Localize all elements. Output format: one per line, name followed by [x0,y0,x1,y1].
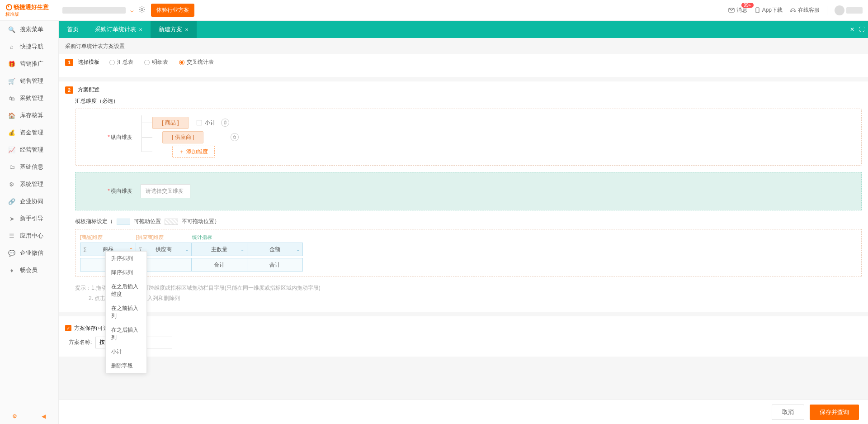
sidebar-settings-button[interactable]: ⚙ [0,408,29,424]
messages-link[interactable]: 消息 99+ [728,6,747,14]
sidebar-item-purchase[interactable]: 🛍采购管理 [0,90,58,107]
sidebar-item-system[interactable]: ⚙系统管理 [0,176,58,193]
indicator-table: [商品]维度 [供应商]维度 统计指标 ∑商品⌃ ∑供应商⌄ 主数量⌄ 金额⌄ … [75,229,862,276]
tabs-bar: 首页 采购订单统计表✕ 新建方案✕ ✕ ⛶ [59,21,868,38]
legend-fixed-swatch [165,219,178,225]
sidebar-collapse-button[interactable]: ◀ [29,408,59,424]
sidebar-item-vip[interactable]: ♦畅会员 [0,262,58,279]
close-icon[interactable]: ✕ [185,27,189,32]
step-2-title: 方案配置 [78,86,99,94]
avatar [835,5,844,15]
delete-dim-button[interactable] [231,133,239,141]
dim-tag-product[interactable]: [ 商品 ] [152,117,189,129]
delete-dim-button[interactable] [221,119,229,127]
tab-purchase-stats[interactable]: 采购订单统计表✕ [87,21,151,38]
add-dimension-button[interactable]: ＋添加维度 [172,146,215,158]
sidebar-item-quicknav[interactable]: ⌂快捷导航 [0,38,58,55]
chevron-down-icon: ⌄ [185,247,189,252]
plus-icon: ＋ [179,148,184,156]
svg-rect-3 [756,8,759,13]
cross-dimension-select[interactable]: 请选择交叉维度 [141,184,190,198]
vip-icon: ♦ [8,267,15,274]
trial-button[interactable]: 体验行业方案 [151,4,194,17]
sidebar-item-operations[interactable]: 📈经营管理 [0,141,58,158]
sidebar-item-wechat[interactable]: 💬企业微信 [0,244,58,262]
dim-tag-supplier[interactable]: [ 供应商 ] [162,131,203,143]
col-label-product: [商品]维度 [80,234,136,241]
company-selector[interactable]: ⌵ [62,7,138,14]
menu-delete-field[interactable]: 删除字段 [106,359,146,373]
menu-insert-col-before[interactable]: 在之前插入列 [106,301,146,323]
tab-home[interactable]: 首页 [59,21,87,38]
breadcrumb: 采购订单统计表方案设置 [59,38,868,54]
gift-icon: 🎁 [8,60,15,67]
chevron-down-icon: ⌄ [296,247,300,252]
sidebar-item-collab[interactable]: 🔗企业协同 [0,193,58,210]
sidebar-item-guide[interactable]: ➤新手引导 [0,210,58,227]
sidebar-item-marketing[interactable]: 🎁营销推广 [0,55,58,72]
save-scheme-checkbox[interactable]: ✓ [65,325,71,331]
collab-icon: 🔗 [8,198,15,205]
radio-summary[interactable]: 汇总表 [109,58,133,66]
sidebar: 🔍搜索菜单 ⌂快捷导航 🎁营销推广 🛒销售管理 🛍采购管理 🏠库存核算 💰资金管… [0,21,59,424]
tab-new-scheme[interactable]: 新建方案✕ [151,21,197,38]
header-cell-amount[interactable]: 金额⌄ [247,243,303,256]
bag-icon: 🛍 [8,95,15,102]
settings-icon[interactable] [138,6,146,14]
top-right: 消息 99+ App下载 在线客服 [728,5,863,15]
menu-sort-asc[interactable]: 升序排列 [106,252,146,266]
summary-dim-label: 汇总维度（必选） [75,97,862,105]
horizontal-label: *横向维度 [83,187,132,195]
radio-cross[interactable]: 交叉统计表 [179,58,214,66]
save-scheme-label: 方案保存(可选) [74,324,110,332]
app-download-link[interactable]: App下载 [755,6,783,14]
header-cell-qty[interactable]: 主数量⌄ [191,243,247,256]
logo-area: 畅捷通好生意 标准版 [5,3,59,18]
sum-cell-qty: 合计 [191,258,247,272]
chevron-down-icon: ⌵ [130,7,134,14]
cart-icon: 🛒 [8,77,15,85]
step-1-badge: 1 [65,59,73,66]
warehouse-icon: 🏠 [8,112,15,119]
company-name-placeholder [62,7,126,14]
menu-insert-dim-after[interactable]: 在之后插入维度 [106,280,146,301]
trash-icon [223,120,227,125]
menu-insert-col-after[interactable]: 在之后插入列 [106,323,146,345]
close-icon[interactable]: ✕ [139,27,142,32]
gear-icon: ⚙ [8,181,15,188]
sidebar-item-basicinfo[interactable]: 🗂基础信息 [0,158,58,176]
footer-bar: 取消 保存并查询 [59,400,868,424]
home-icon: ⌂ [8,43,15,50]
collapse-icon: ◀ [42,413,46,419]
fullscreen-button[interactable]: ⛶ [859,26,864,33]
apps-icon: ☰ [8,232,15,239]
step-2-badge: 2 [65,86,73,94]
save-query-button[interactable]: 保存并查询 [810,405,859,420]
top-header: 畅捷通好生意 标准版 ⌵ 体验行业方案 消息 99+ App下载 在线客服 [0,0,868,21]
cancel-button[interactable]: 取消 [772,405,804,420]
col-label-supplier: [供应商]维度 [136,234,192,241]
vertical-dim-box: *纵向维度 [ 商品 ] 小计 [ 供应商 ] [75,109,862,166]
sidebar-item-sales[interactable]: 🛒销售管理 [0,72,58,90]
sidebar-item-inventory[interactable]: 🏠库存核算 [0,107,58,124]
sidebar-item-search[interactable]: 🔍搜索菜单 [0,21,58,38]
subtotal-checkbox[interactable] [197,120,202,125]
message-icon [728,7,735,14]
step-1-title: 选择模板 [78,58,99,66]
user-name-placeholder [846,7,863,14]
menu-subtotal[interactable]: 小计 [106,345,146,359]
menu-sort-desc[interactable]: 降序排列 [106,266,146,280]
tab-close-button[interactable]: ✕ [850,26,854,33]
scheme-name-label: 方案名称: [69,338,92,346]
sidebar-item-apps[interactable]: ☰应用中心 [0,227,58,244]
sidebar-item-funds[interactable]: 💰资金管理 [0,124,58,141]
tips: 提示：1.拖动标题 可跨维度或指标区域拖动栏目字段(只能在同一维度或指标区域内拖… [75,283,862,304]
vertical-label: *纵向维度 [83,133,132,141]
online-service-link[interactable]: 在线客服 [790,6,820,14]
user-menu[interactable] [835,5,863,15]
info-icon: 🗂 [8,163,15,171]
headset-icon [790,7,796,14]
chevron-down-icon: ⌄ [241,247,244,252]
radio-detail[interactable]: 明细表 [144,58,168,66]
logo-sub: 标准版 [5,11,19,18]
